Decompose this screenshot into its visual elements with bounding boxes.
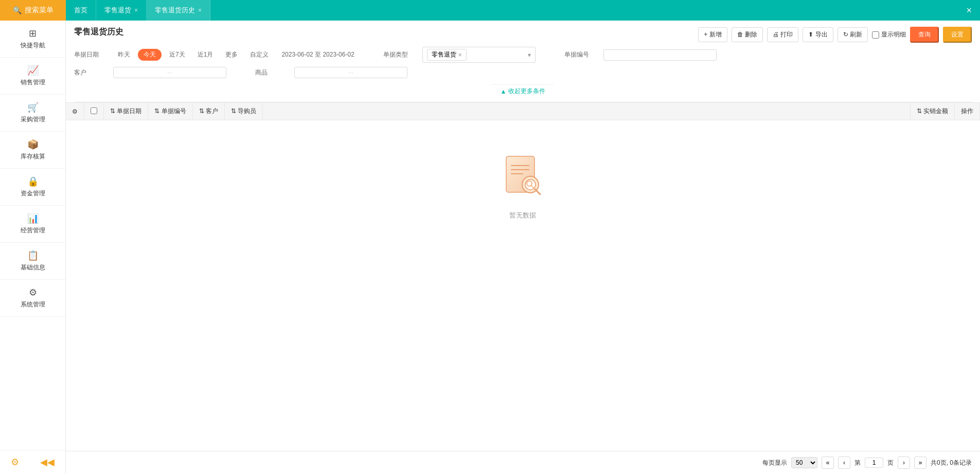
th-spacer xyxy=(263,103,910,120)
th-customer[interactable]: ⇅ 客户 xyxy=(192,103,224,120)
collapse-arrow-icon: ▲ xyxy=(501,88,507,95)
date-range-value: 2023-06-02 至 2023-06-02 xyxy=(281,50,354,59)
inventory-icon: 📦 xyxy=(27,139,39,150)
new-button[interactable]: + 新增 xyxy=(698,27,727,42)
sidebar-item-inventory-label: 库存核算 xyxy=(21,152,45,161)
page-size-select[interactable]: 20 50 100 xyxy=(791,457,817,468)
goods-placeholder: ··· xyxy=(348,69,353,76)
date-custom[interactable]: 自定义 xyxy=(245,49,273,61)
tab-home[interactable]: 首页 xyxy=(66,0,96,21)
table-body: 暂无数据 xyxy=(66,120,980,251)
top-bar-right: × xyxy=(966,5,980,16)
type-tag-close[interactable]: × xyxy=(458,51,462,59)
sidebar-item-finance[interactable]: 🔒 资金管理 xyxy=(0,169,65,206)
th-num-label: ⇅ 单据编号 xyxy=(154,107,186,115)
th-action: 操作 xyxy=(955,103,980,120)
th-amount-label: ⇅ 实销金额 xyxy=(917,107,948,115)
filter-row-1: 单据日期 昨天 今天 近7天 近1月 更多 自定义 2023-06-02 至 2… xyxy=(74,47,972,63)
finance-icon: 🔒 xyxy=(27,176,39,187)
delete-button[interactable]: 🗑 删除 xyxy=(732,27,763,42)
th-gear[interactable]: ⚙ xyxy=(66,103,84,120)
operations-icon: 📊 xyxy=(27,213,39,224)
date-1month[interactable]: 近1月 xyxy=(193,49,218,61)
table-wrapper: ⚙ ⇅ 单据日期 ⇅ 单据编号 ⇅ 客户 xyxy=(66,103,980,451)
empty-text: 暂无数据 xyxy=(509,211,536,220)
th-date[interactable]: ⇅ 单据日期 xyxy=(104,103,148,120)
page-first-button[interactable]: « xyxy=(822,457,834,469)
sidebar-item-operations[interactable]: 📊 经营管理 xyxy=(0,206,65,243)
empty-state: 暂无数据 xyxy=(66,120,980,251)
filter-dates: 昨天 今天 近7天 近1月 更多 自定义 xyxy=(113,49,273,61)
tab-retail-return-history[interactable]: 零售退货历史 × xyxy=(147,0,210,21)
export-button[interactable]: ⬆ 导出 xyxy=(803,27,833,42)
docnum-filter-input[interactable] xyxy=(603,49,717,61)
date-7days[interactable]: 近7天 xyxy=(165,49,190,61)
th-checkbox[interactable] xyxy=(84,103,104,120)
sidebar-bottom: ⚙ ◀◀ xyxy=(0,450,65,474)
data-table: ⚙ ⇅ 单据日期 ⇅ 单据编号 ⇅ 客户 xyxy=(66,103,980,251)
sidebar-item-operations-label: 经营管理 xyxy=(21,226,45,235)
toolbar: + 新增 🗑 删除 🖨 打印 ⬆ 导出 ↻ 刷新 显示明细 查询 设置 xyxy=(698,27,972,43)
type-filter-label: 单据类型 xyxy=(383,50,414,59)
page-suffix: 页 xyxy=(887,459,894,467)
settings-bottom-icon[interactable]: ⚙ xyxy=(11,457,19,468)
page-header: 零售退货历史 + 新增 🗑 删除 🖨 打印 ⬆ 导出 ↻ 刷新 显示明细 查询 … xyxy=(66,21,980,103)
sidebar-item-inventory[interactable]: 📦 库存核算 xyxy=(0,132,65,169)
page-last-button[interactable]: » xyxy=(914,457,926,469)
query-button[interactable]: 查询 xyxy=(910,27,939,43)
gear-icon[interactable]: ⚙ xyxy=(72,108,78,115)
customer-filter-input[interactable]: ··· xyxy=(113,67,226,78)
sidebar-item-system[interactable]: ⚙ 系统管理 xyxy=(0,280,65,317)
display-detail-label: 显示明细 xyxy=(881,30,906,39)
th-customer-label: ⇅ 客户 xyxy=(199,107,218,115)
page-prev-button[interactable]: ‹ xyxy=(838,457,850,469)
th-amount[interactable]: ⇅ 实销金额 xyxy=(910,103,954,120)
display-detail-checkbox[interactable] xyxy=(872,31,879,39)
collapse-button[interactable]: ▲ 收起更多条件 xyxy=(492,84,554,98)
search-menu-button[interactable]: 🔍 搜索菜单 xyxy=(0,0,66,21)
sidebar-item-basic-info-label: 基础信息 xyxy=(21,263,45,272)
page-next-button[interactable]: › xyxy=(898,457,910,469)
table-header-row: ⚙ ⇅ 单据日期 ⇅ 单据编号 ⇅ 客户 xyxy=(66,103,980,120)
pagination-bar: 每页显示 20 50 100 « ‹ 第 页 › » 共0页, 0条记录 xyxy=(66,451,980,474)
sidebar-item-quick-nav-label: 快捷导航 xyxy=(21,41,45,50)
date-today[interactable]: 今天 xyxy=(138,49,162,61)
tab-retail-return-close[interactable]: × xyxy=(134,7,138,14)
goods-filter-input[interactable]: ··· xyxy=(294,67,407,78)
type-filter-tag: 零售退货 × xyxy=(427,49,467,61)
sidebar-item-purchase[interactable]: 🛒 采购管理 xyxy=(0,95,65,132)
window-close-button[interactable]: × xyxy=(966,5,972,16)
th-action-label: 操作 xyxy=(961,107,973,115)
collapse-label: 收起更多条件 xyxy=(508,87,545,96)
select-all-checkbox[interactable] xyxy=(91,107,97,114)
search-menu-label: 搜索菜单 xyxy=(25,6,54,15)
sidebar-item-quick-nav[interactable]: ⊞ 快捷导航 xyxy=(0,21,65,58)
sales-icon: 📈 xyxy=(27,65,39,76)
tab-retail-return[interactable]: 零售退货 × xyxy=(96,0,147,21)
print-button[interactable]: 🖨 打印 xyxy=(767,27,798,42)
sidebar-item-sales[interactable]: 📈 销售管理 xyxy=(0,58,65,95)
sidebar-item-basic-info[interactable]: 📋 基础信息 xyxy=(0,243,65,280)
empty-illustration xyxy=(497,151,548,203)
tab-retail-return-history-close[interactable]: × xyxy=(198,7,202,14)
sidebar-item-purchase-label: 采购管理 xyxy=(21,115,45,124)
tab-home-label: 首页 xyxy=(74,6,87,15)
refresh-button[interactable]: ↻ 刷新 xyxy=(838,27,868,42)
sidebar-item-sales-label: 销售管理 xyxy=(21,78,45,87)
layout: ⊞ 快捷导航 📈 销售管理 🛒 采购管理 📦 库存核算 🔒 资金管理 📊 经营管… xyxy=(0,21,980,474)
date-yesterday[interactable]: 昨天 xyxy=(113,49,135,61)
page-title: 零售退货历史 xyxy=(74,27,123,38)
date-more[interactable]: 更多 xyxy=(221,49,242,61)
type-tag-value: 零售退货 xyxy=(432,50,456,59)
th-guide-label: ⇅ 导购员 xyxy=(231,107,256,115)
docnum-filter-label: 单据编号 xyxy=(564,50,595,59)
empty-cell: 暂无数据 xyxy=(66,120,980,251)
type-filter-select[interactable]: 零售退货 × ▾ xyxy=(422,47,536,63)
setting-button[interactable]: 设置 xyxy=(943,27,972,43)
basic-info-icon: 📋 xyxy=(27,250,39,261)
page-num-input[interactable] xyxy=(865,458,883,468)
audio-bottom-icon[interactable]: ◀◀ xyxy=(40,457,55,468)
page-size-label: 每页显示 xyxy=(762,459,787,467)
th-num[interactable]: ⇅ 单据编号 xyxy=(148,103,192,120)
th-guide[interactable]: ⇅ 导购员 xyxy=(225,103,263,120)
